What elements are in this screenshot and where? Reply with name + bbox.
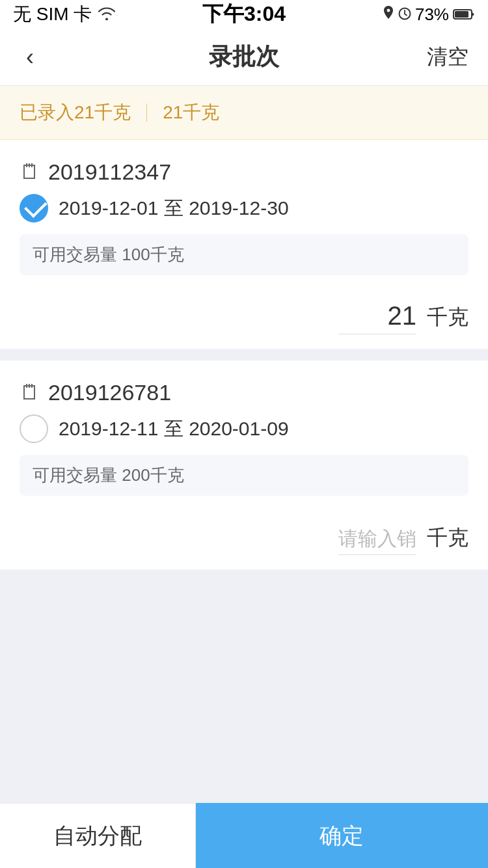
- batch-header-1: 🗒 2019112347: [20, 159, 468, 185]
- location-icon: [383, 5, 394, 25]
- nav-bar: ‹ 录批次 清空: [0, 29, 488, 86]
- status-time: 下午3:04: [202, 0, 286, 29]
- radio-unchecked-2[interactable]: [20, 414, 48, 443]
- status-left: 无 SIM 卡: [13, 2, 116, 27]
- batch-id-1: 2019112347: [48, 159, 171, 185]
- batch-id-2: 2019126781: [48, 380, 171, 405]
- recorded-text: 已录入21千克: [20, 100, 131, 125]
- confirm-button[interactable]: 确定: [196, 803, 488, 868]
- carrier-text: 无 SIM 卡: [13, 2, 92, 27]
- batch-date-row-1: 2019-12-01 至 2019-12-30: [20, 194, 468, 223]
- quantity-row-1: 千克: [0, 288, 488, 349]
- batch-header-2: 🗒 2019126781: [20, 380, 468, 405]
- quantity-wrapper-1: [338, 301, 416, 333]
- quantity-wrapper-2: [338, 522, 416, 554]
- batch-item-2: 🗒 2019126781 2019-12-11 至 2020-01-09 可用交…: [0, 360, 488, 509]
- battery-percent: 73%: [415, 5, 449, 25]
- radio-checked-1[interactable]: [20, 194, 48, 223]
- svg-rect-2: [455, 11, 468, 18]
- unit-label-1: 千克: [427, 303, 468, 332]
- batch-doc-icon-1: 🗒: [20, 160, 40, 184]
- batch-card-2: 🗒 2019126781 2019-12-11 至 2020-01-09 可用交…: [0, 360, 488, 569]
- available-box-1: 可用交易量 100千克: [20, 234, 468, 275]
- back-button[interactable]: ‹: [20, 37, 40, 77]
- quantity-row-2: 千克: [0, 509, 488, 569]
- bottom-bar: 自动分配 确定: [0, 803, 488, 868]
- batch-date-row-2: 2019-12-11 至 2020-01-09: [20, 414, 468, 443]
- section-separator: [0, 350, 488, 360]
- batch-item-1: 🗒 2019112347 2019-12-01 至 2019-12-30 可用交…: [0, 140, 488, 288]
- auto-distribute-button[interactable]: 自动分配: [0, 803, 196, 868]
- wifi-icon: [97, 4, 116, 25]
- battery-icon: [453, 5, 475, 25]
- available-box-2: 可用交易量 200千克: [20, 455, 468, 496]
- batch-card-1: 🗒 2019112347 2019-12-01 至 2019-12-30 可用交…: [0, 140, 488, 349]
- status-right: 73%: [383, 5, 475, 25]
- page-title: 录批次: [209, 41, 279, 73]
- summary-amount: 21千克: [163, 100, 219, 125]
- quantity-input-1[interactable]: [338, 301, 416, 331]
- batch-date-2: 2019-12-11 至 2020-01-09: [59, 416, 289, 442]
- clear-button[interactable]: 清空: [427, 43, 468, 72]
- unit-label-2: 千克: [427, 524, 468, 552]
- status-bar: 无 SIM 卡 下午3:04 73%: [0, 0, 488, 29]
- clock-icon: [398, 5, 411, 25]
- batch-doc-icon-2: 🗒: [20, 381, 40, 405]
- summary-divider: [146, 103, 147, 122]
- quantity-input-2[interactable]: [338, 522, 416, 551]
- batch-date-1: 2019-12-01 至 2019-12-30: [59, 195, 289, 222]
- summary-banner: 已录入21千克 21千克: [0, 86, 488, 140]
